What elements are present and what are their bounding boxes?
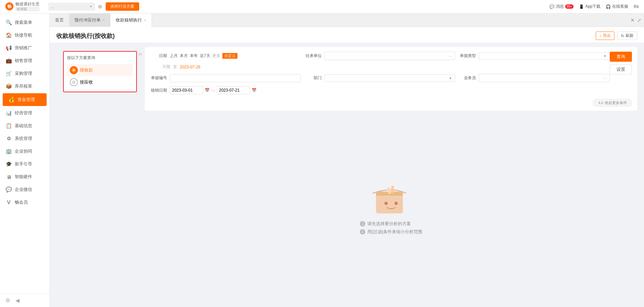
export-button[interactable]: ↑ 导出 — [596, 32, 614, 40]
workspace-selector[interactable]: ... ▼ — [48, 3, 95, 11]
svg-point-4 — [384, 202, 388, 205]
receivable-icon — [70, 78, 78, 86]
close-window-icon[interactable]: ✕ — [631, 17, 635, 23]
counterpart-input[interactable]: ··· — [324, 52, 455, 60]
sidebar-item-member[interactable]: Ⅴ 畅会员 — [0, 196, 49, 209]
finance-icon: 💰 — [8, 97, 15, 103]
date-shortcut-this-year[interactable]: 本年 — [190, 53, 198, 59]
collapse-sidebar-icon[interactable]: ◀ — [15, 297, 19, 304]
sidebar-item-hardware[interactable]: 🖥 智能硬件 — [0, 170, 49, 183]
settings-icon[interactable]: ⚙ — [5, 297, 10, 304]
collapse-left-panel-button[interactable]: ‹‹ — [137, 51, 144, 57]
empty-hint-1: 1 请先选择要分析的方案 — [360, 221, 422, 227]
gear-icon[interactable]: ⚙ — [98, 4, 102, 9]
filter-row-1: 日期 上月 本月 本年 近7天 更多 自定义 — [150, 52, 610, 60]
solution-button[interactable]: 休闲行业方案 — [106, 2, 139, 11]
search-icon: 🔍 — [5, 19, 12, 25]
sidebar-nav: 🔍 搜索菜单 🏠 快捷导航 📢 营销推广 💼 销售管理 🛒 采购管理 📦 — [0, 13, 49, 294]
svg-point-5 — [394, 202, 398, 205]
sidebar-item-enterprise[interactable]: 🏢 企业协同 — [0, 145, 49, 158]
left-query-panel: 按以下方案查询 按收款 按应收 — [63, 51, 137, 92]
member-icon: Ⅴ — [5, 199, 12, 205]
doc-no-field: 单据编号 — [150, 74, 301, 82]
page-header: 收款核销执行(按收款) ↑ 导出 ↻ 刷新 — [50, 27, 644, 43]
maximize-icon[interactable]: ⤢ — [637, 17, 641, 23]
tab-verify[interactable]: 收款核销执行 × — [110, 13, 152, 27]
filter-actions: 查询 设置 — [610, 52, 632, 74]
sidebar-item-finance[interactable]: 💰 资金管理 — [3, 93, 47, 106]
filter-fields: 日期 上月 本月 本年 近7天 更多 自定义 — [150, 52, 610, 97]
date-shortcut-7days[interactable]: 近7天 — [200, 53, 210, 59]
filter-row-2: 单据编号 部门 ▼ — [150, 74, 610, 82]
home-icon: 🏠 — [5, 32, 12, 38]
tab-prepay[interactable]: 预付冲应付单 × — [69, 13, 110, 27]
calendar-end-icon[interactable]: 📅 — [252, 88, 257, 93]
sidebar-item-purchase[interactable]: 🛒 采购管理 — [0, 67, 49, 80]
verify-date-range: 📅 — 📅 — [170, 86, 301, 94]
user-name: Rit — [634, 4, 639, 9]
refresh-button[interactable]: ↻ 刷新 — [617, 32, 637, 40]
settings-button[interactable]: 设置 — [610, 64, 632, 74]
sidebar-item-guide[interactable]: 🎓 新手引导 — [0, 158, 49, 170]
sidebar-item-wechat[interactable]: 💬 企业微信 — [0, 183, 49, 196]
inventory-icon: 📦 — [5, 83, 12, 89]
tab-close-verify[interactable]: × — [144, 18, 146, 22]
query-option-by-receipt[interactable]: 按收款 — [67, 64, 133, 76]
verify-date-end-input[interactable] — [217, 86, 250, 94]
collapse-conditions-button[interactable]: ∧∧ 收起更多条件 — [593, 99, 632, 107]
enterprise-icon: 🏢 — [5, 148, 12, 154]
date-shortcut-more[interactable]: 更多 — [212, 53, 220, 59]
sidebar-item-operations[interactable]: 📊 经营管理 — [0, 107, 49, 119]
user-avatar[interactable]: Rit — [634, 4, 639, 9]
operations-icon: 📊 — [5, 110, 12, 116]
topbar-right: 💬 消息 99+ 📱 App下载 🎧 在线客服 Rit — [549, 4, 639, 9]
message-badge: 99+ — [565, 4, 574, 9]
date-display-value: 2023-07-26 — [180, 65, 200, 69]
sidebar-item-system[interactable]: ⚙ 系统管理 — [0, 132, 49, 145]
sidebar-item-marketing[interactable]: 📢 营销推广 — [0, 42, 49, 54]
app-download-button[interactable]: 📱 App下载 — [579, 4, 600, 9]
dept-select[interactable]: ▼ — [324, 74, 455, 82]
sidebar-item-sales[interactable]: 💼 销售管理 — [0, 54, 49, 67]
date-shortcut-last-month[interactable]: 上月 — [170, 53, 178, 59]
sidebar-item-quick-nav[interactable]: 🏠 快捷导航 — [0, 29, 49, 42]
query-option-by-receivable[interactable]: 按应收 — [67, 76, 133, 88]
basic-info-icon: 📋 — [5, 123, 12, 129]
query-button[interactable]: 查询 — [610, 52, 632, 62]
sidebar: 🔍 搜索菜单 🏠 快捷导航 📢 营销推广 💼 销售管理 🛒 采购管理 📦 — [0, 13, 50, 307]
edition-badge: 标准版 — [15, 7, 40, 11]
tab-close-prepay[interactable]: × — [103, 18, 105, 22]
doc-no-input[interactable] — [170, 74, 301, 82]
messages-button[interactable]: 💬 消息 99+ — [549, 4, 574, 9]
sidebar-item-inventory[interactable]: 📦 库存核算 — [0, 80, 49, 93]
brand-name: 畅捷通好生意 — [15, 2, 40, 6]
megaphone-icon: 📢 — [5, 45, 12, 51]
online-service-button[interactable]: 🎧 在线客服 — [606, 4, 628, 9]
wechat-icon: 💬 — [5, 187, 12, 193]
date-custom-tag[interactable]: 自定义 — [222, 53, 237, 59]
topbar: 畅 畅捷通好生意 标准版 ... ▼ ⚙ 休闲行业方案 💬 消息 99+ 📱 A… — [0, 0, 644, 13]
doc-type-select[interactable]: ▼ — [479, 52, 610, 60]
sidebar-item-search[interactable]: 🔍 搜索菜单 — [0, 16, 49, 29]
verify-date-start-input[interactable] — [170, 86, 203, 94]
page-header-actions: ↑ 导出 ↻ 刷新 — [596, 32, 637, 40]
guide-icon: 🎓 — [5, 161, 12, 167]
calendar-start-icon[interactable]: 📅 — [205, 88, 210, 93]
left-panel-area: 按以下方案查询 按收款 按应收 ‹‹ — [50, 43, 144, 307]
purchase-icon: 🛒 — [5, 70, 12, 76]
salesperson-input[interactable]: ··· — [479, 74, 610, 82]
export-icon: ↑ — [599, 34, 601, 38]
main-body: 按以下方案查询 按收款 按应收 ‹‹ — [50, 43, 644, 307]
sidebar-item-basic-info[interactable]: 📋 基础信息 — [0, 119, 49, 132]
logo: 畅 — [5, 2, 13, 10]
date-shortcut-this-month[interactable]: 本月 — [180, 53, 188, 59]
date-shortcuts-group: 上月 本月 本年 近7天 更多 自定义 — [170, 53, 301, 59]
salesperson-field: 业务员 ··· — [459, 74, 610, 82]
date-value-row: 不限 至 2023-07-26 — [150, 64, 610, 70]
date-field: 日期 上月 本月 本年 近7天 更多 自定义 — [150, 53, 301, 59]
dept-chevron-icon: ▼ — [448, 76, 452, 80]
message-icon: 💬 — [549, 4, 554, 9]
tab-home[interactable]: 首页 — [50, 17, 69, 23]
verify-date-field: 核销日期 📅 — 📅 — [150, 86, 301, 94]
counterpart-field: 往来单位 ··· — [305, 52, 455, 60]
